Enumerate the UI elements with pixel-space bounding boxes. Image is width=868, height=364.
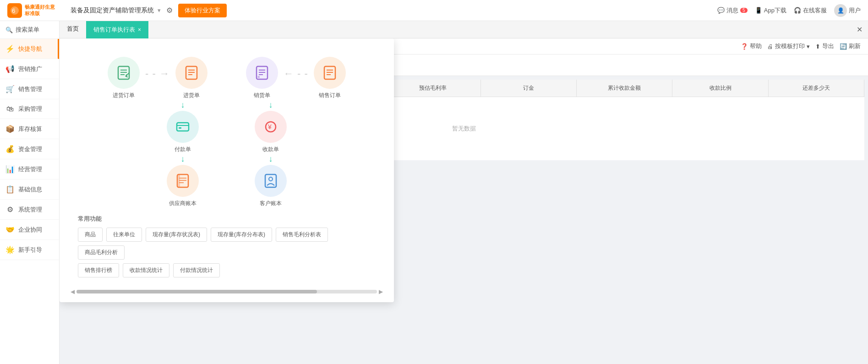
help-icon: ❓ [741, 43, 748, 50]
print-icon: 🖨 [767, 43, 773, 50]
sidebar-item-system[interactable]: ⚙ 系统管理 [0, 200, 59, 220]
flow-node-payment[interactable]: 付款单 [167, 111, 199, 153]
print-btn[interactable]: 🖨 按模板打印 ▾ [767, 42, 810, 50]
search-menu[interactable]: 🔍 搜索菜单 [0, 21, 59, 39]
sidebar-item-purchase[interactable]: 🛍 采购管理 [0, 99, 59, 119]
export-icon: ⬆ [815, 43, 820, 50]
flow-node-purchase-order[interactable]: 进货订单 [108, 57, 140, 99]
sidebar-item-finance[interactable]: 💰 资金管理 [0, 139, 59, 159]
scroll-thumb [76, 290, 317, 293]
sidebar-item-newbie[interactable]: 🌟 新手引导 [0, 240, 59, 260]
sidebar-item-sales[interactable]: 🛒 销售管理 [0, 79, 59, 99]
common-btns-row1: 商品 往来单位 现存量(库存状况表) 现存量(库存分布表) 销售毛利分析表 商品… [78, 228, 376, 260]
common-btns-row2: 销售排行榜 收款情况统计 付款情况统计 [78, 263, 376, 277]
common-btn-3[interactable]: 现存量(库存分布表) [211, 228, 272, 242]
flow-node-customer-ledger[interactable]: 客户账本 [255, 165, 287, 207]
refresh-icon: 🔄 [840, 43, 847, 50]
online-service-btn[interactable]: 🎧 在线客服 [794, 6, 827, 15]
common-btn-8[interactable]: 付款情况统计 [173, 263, 220, 277]
sidebar-item-quick-guide[interactable]: ⚡ 快捷导航 [0, 39, 59, 59]
flow-node-sales-bill[interactable]: ≡ 销货单 [246, 57, 278, 99]
svg-text:¥: ¥ [267, 123, 272, 130]
common-btn-5[interactable]: 商品毛利分析 [78, 245, 125, 260]
avatar: 👤 [834, 4, 847, 17]
system-title: 装备及固定资产辅助管理系统 [71, 6, 154, 15]
sidebar-item-basic-info[interactable]: 📋 基础信息 [0, 179, 59, 200]
tab-sales-order[interactable]: 销售订单执行表 × [86, 21, 148, 38]
flow-node-purchase-bill[interactable]: 进货单 [175, 57, 207, 99]
common-btn-6[interactable]: 销售排行榜 [78, 263, 119, 277]
common-btn-1[interactable]: 往来单位 [106, 228, 142, 242]
sidebar-item-inventory[interactable]: 📦 库存核算 [0, 119, 59, 139]
flow-node-supplier-ledger[interactable]: 供应商账本 [167, 165, 199, 207]
sidebar-item-collaboration[interactable]: 🤝 企业协同 [0, 220, 59, 240]
message-badge: 5 [740, 8, 748, 13]
logo-text: 畅康通好生意 标准版 [25, 4, 55, 16]
col-deposit: 订金 [481, 80, 577, 97]
col-gross-rate: 预估毛利率 [385, 80, 481, 97]
common-btn-0[interactable]: 商品 [78, 228, 103, 242]
svg-rect-10 [177, 123, 189, 131]
app-download-btn[interactable]: 📱 App下载 [755, 6, 786, 15]
settings-icon[interactable]: ⚙ [166, 6, 173, 15]
app-logo-icon: 6 [7, 3, 22, 18]
flow-node-receipt[interactable]: ¥ 收款单 [255, 111, 287, 153]
message-btn[interactable]: 💬 消息 5 [717, 6, 748, 15]
svg-text:6: 6 [12, 7, 15, 14]
panel-scrollbar[interactable]: ◀ ▶ [71, 288, 383, 295]
collaboration-icon: 🤝 [5, 225, 15, 234]
service-icon: 🎧 [794, 7, 801, 14]
help-btn[interactable]: ❓ 帮助 [741, 42, 762, 50]
tab-close-btn[interactable]: × [138, 27, 141, 33]
finance-icon: 💰 [5, 145, 15, 153]
scroll-right-btn[interactable]: ▶ [379, 288, 383, 295]
col-collect-ratio: 收款比例 [672, 80, 768, 97]
user-menu[interactable]: 👤 用户 [834, 4, 861, 17]
experience-btn[interactable]: 体验行业方案 [178, 4, 227, 17]
operations-icon: 📊 [5, 165, 15, 174]
sidebar-item-marketing[interactable]: 📢 营销推广 [0, 59, 59, 79]
newbie-icon: 🌟 [5, 245, 15, 254]
scroll-track [76, 290, 377, 293]
sidebar-item-operations[interactable]: 📊 经营管理 [0, 159, 59, 179]
col-days-left: 还差多少天 [769, 80, 864, 97]
common-btn-7[interactable]: 收款情况统计 [123, 263, 169, 277]
inventory-icon: 📦 [5, 125, 15, 133]
search-icon: 🔍 [5, 27, 13, 33]
download-icon: 📱 [755, 7, 762, 14]
message-icon: 💬 [717, 7, 725, 14]
basic-info-icon: 📋 [5, 185, 15, 194]
svg-point-30 [269, 177, 273, 181]
quick-guide-icon: ⚡ [5, 44, 15, 53]
panel-close-btn[interactable]: ✕ [857, 25, 863, 34]
print-dropdown-icon: ▾ [807, 43, 810, 50]
tab-home[interactable]: 首页 [60, 21, 86, 38]
refresh-btn[interactable]: 🔄 刷新 [840, 42, 861, 50]
common-functions-title: 常用功能 [78, 215, 376, 223]
sales-icon: 🛒 [5, 85, 15, 93]
quick-nav-panel: 进货订单 - - → 进货单 [60, 38, 394, 302]
svg-rect-12 [179, 127, 181, 129]
svg-text:≡: ≡ [257, 75, 260, 79]
flow-node-sales-order[interactable]: 销售订单 [314, 57, 346, 99]
scroll-left-btn[interactable]: ◀ [71, 288, 75, 295]
export-btn[interactable]: ⬆ 导出 [815, 42, 834, 50]
system-icon: ⚙ [5, 205, 15, 214]
common-btn-2[interactable]: 现存量(库存状况表) [146, 228, 207, 242]
purchase-icon: 🛍 [5, 105, 15, 113]
svg-rect-17 [178, 174, 180, 187]
common-btn-4[interactable]: 销售毛利分析表 [276, 228, 328, 242]
marketing-icon: 📢 [5, 65, 15, 73]
col-collected: 累计收款金额 [577, 80, 672, 97]
title-dropdown-icon[interactable]: ▾ [158, 7, 161, 14]
